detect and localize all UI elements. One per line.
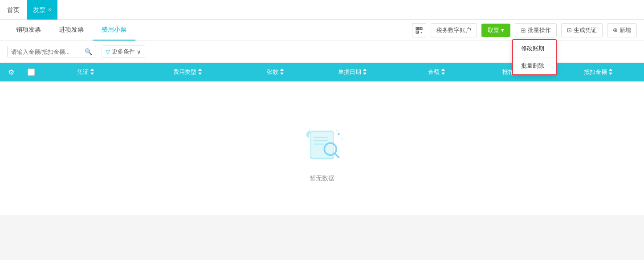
add-label: 新增	[620, 26, 631, 34]
get-ticket-arrow: ▾	[501, 27, 504, 33]
svg-marker-12	[90, 73, 94, 75]
empty-state-text: 暂无数据	[310, 175, 334, 183]
th-voucher[interactable]: 凭证	[40, 63, 131, 81]
svg-marker-19	[441, 69, 445, 71]
svg-rect-4	[420, 28, 421, 28]
batch-delete-item[interactable]: 批量删除	[513, 57, 556, 74]
batch-label: 批量操作	[528, 26, 551, 34]
search-icon[interactable]: 🔍	[85, 48, 92, 55]
qrcode-button[interactable]	[412, 23, 426, 37]
svg-marker-17	[363, 69, 367, 71]
tab-purchase[interactable]: 进项发票	[50, 20, 93, 41]
add-button[interactable]: ⊕ 新增	[607, 23, 637, 37]
sub-tabs: 销项发票 进项发票 费用小票	[7, 20, 135, 41]
th-checkbox[interactable]	[22, 63, 40, 81]
more-conditions-button[interactable]: ▽ 更多条件 ∨	[102, 45, 145, 58]
th-gear[interactable]: ⚙	[0, 63, 22, 81]
batch-operations-button[interactable]: ⊞ 批量操作	[515, 23, 557, 37]
batch-dropdown-menu: 修改账期 批量删除	[512, 39, 557, 75]
generate-voucher-button[interactable]: ⊡ 生成凭证	[561, 23, 603, 37]
svg-marker-15	[280, 69, 284, 71]
svg-point-36	[336, 130, 338, 131]
invoice-tab[interactable]: 发票 ×	[27, 0, 57, 20]
svg-marker-11	[90, 69, 94, 71]
filter-icon: ▽	[106, 49, 110, 55]
batch-operations-wrapper: ⊞ 批量操作 修改账期 批量删除	[515, 23, 557, 37]
th-amount[interactable]: 金额	[398, 63, 475, 81]
svg-point-32	[327, 146, 334, 152]
empty-state-icon	[295, 114, 349, 167]
gear-icon[interactable]: ⚙	[8, 68, 14, 77]
svg-point-34	[338, 133, 340, 135]
invoice-tab-label: 发票	[33, 0, 45, 20]
generate-voucher-icon: ⊡	[567, 27, 572, 33]
svg-marker-14	[198, 73, 202, 75]
th-count[interactable]: 张数	[244, 63, 307, 81]
svg-line-10	[421, 32, 422, 33]
svg-marker-24	[609, 73, 612, 75]
svg-rect-3	[417, 28, 418, 28]
deduction-amount-sort-icon	[608, 69, 613, 76]
content-area: 暂无数据	[0, 81, 644, 215]
search-input-wrap: 🔍	[7, 46, 96, 57]
select-all-checkbox[interactable]	[28, 69, 35, 76]
th-date[interactable]: 单据日期	[307, 63, 398, 81]
th-deduction-amount[interactable]: 抵扣金额	[553, 63, 644, 81]
invoice-tab-close[interactable]: ×	[48, 0, 51, 20]
expense-type-sort-icon	[198, 69, 202, 76]
batch-icon: ⊞	[521, 27, 526, 34]
more-conditions-label: 更多条件	[112, 48, 135, 56]
modify-period-item[interactable]: 修改账期	[513, 40, 556, 57]
toolbar: 税务数字账户 取票 ▾ ⊞ 批量操作 修改账期 批量删除 ⊡ 生成凭证	[412, 23, 637, 37]
search-input[interactable]	[11, 49, 85, 55]
svg-point-35	[342, 138, 343, 140]
home-tab[interactable]: 首页	[0, 0, 27, 20]
get-ticket-button[interactable]: 取票 ▾	[481, 24, 510, 37]
svg-marker-20	[441, 73, 445, 75]
svg-line-33	[335, 154, 339, 158]
date-sort-icon	[363, 69, 367, 76]
amount-sort-icon	[441, 69, 445, 76]
tax-account-button[interactable]: 税务数字账户	[431, 23, 477, 37]
svg-marker-18	[363, 73, 367, 75]
tab-expense[interactable]: 费用小票	[93, 20, 135, 41]
voucher-sort-icon	[90, 69, 94, 76]
svg-marker-16	[280, 73, 284, 75]
tab-sales[interactable]: 销项发票	[7, 20, 50, 41]
svg-rect-5	[417, 32, 418, 32]
count-sort-icon	[280, 69, 284, 76]
add-icon: ⊕	[613, 27, 618, 33]
svg-marker-23	[609, 69, 612, 71]
more-conditions-arrow: ∨	[137, 49, 141, 55]
svg-marker-13	[198, 69, 202, 71]
generate-voucher-label: 生成凭证	[574, 26, 597, 34]
th-expense-type[interactable]: 费用类型	[131, 63, 244, 81]
svg-rect-27	[311, 132, 333, 158]
